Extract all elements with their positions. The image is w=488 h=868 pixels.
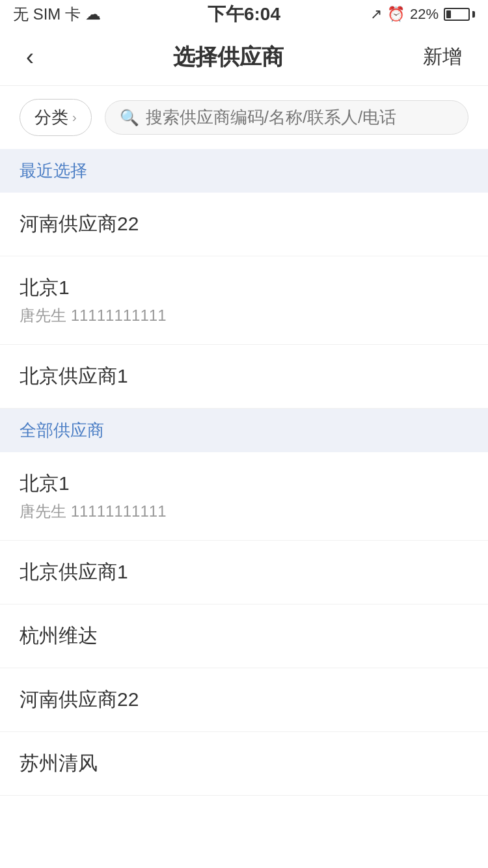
- item-name: 北京供应商1: [20, 363, 468, 390]
- search-box: 🔍: [105, 100, 468, 135]
- list-item[interactable]: 苏州清风: [0, 732, 488, 796]
- list-item[interactable]: 河南供应商22: [0, 193, 488, 256]
- add-button[interactable]: 新增: [416, 37, 468, 77]
- list-item[interactable]: 北京1唐先生 11111111111: [0, 256, 488, 345]
- list-item[interactable]: 北京供应商1: [0, 541, 488, 604]
- all-list: 北京1唐先生 11111111111北京供应商1杭州维达河南供应商22苏州清风: [0, 452, 488, 796]
- search-input[interactable]: [146, 107, 454, 128]
- list-item[interactable]: 河南供应商22: [0, 668, 488, 732]
- battery-percent: 22%: [410, 6, 439, 23]
- alarm-icon: ⏰: [387, 6, 405, 23]
- battery-indicator: [444, 8, 475, 21]
- status-right: ↗ ⏰ 22%: [370, 6, 475, 23]
- recent-section-label: 最近选择: [20, 161, 87, 180]
- location-icon: ↗: [370, 6, 382, 23]
- recent-section-header: 最近选择: [0, 149, 488, 193]
- page-title: 选择供应商: [173, 42, 284, 72]
- item-name: 苏州清风: [20, 750, 468, 777]
- filter-bar: 分类 › 🔍: [0, 86, 488, 149]
- status-left: 无 SIM 卡 ☁: [13, 4, 101, 25]
- item-name: 北京1: [20, 275, 468, 301]
- item-name: 河南供应商22: [20, 686, 468, 713]
- recent-list: 河南供应商22北京1唐先生 11111111111北京供应商1: [0, 193, 488, 409]
- nav-bar: ‹ 选择供应商 新增: [0, 29, 488, 86]
- item-name: 河南供应商22: [20, 211, 468, 237]
- sim-status: 无 SIM 卡 ☁: [13, 4, 101, 25]
- all-section-label: 全部供应商: [20, 420, 104, 440]
- all-section-header: 全部供应商: [0, 409, 488, 452]
- back-button[interactable]: ‹: [20, 37, 40, 77]
- status-time: 下午6:04: [208, 2, 280, 27]
- status-bar: 无 SIM 卡 ☁ 下午6:04 ↗ ⏰ 22%: [0, 0, 488, 29]
- item-contact: 唐先生 11111111111: [20, 305, 468, 326]
- chevron-right-icon: ›: [72, 110, 77, 125]
- item-name: 杭州维达: [20, 623, 468, 649]
- list-item[interactable]: 杭州维达: [0, 604, 488, 668]
- category-button[interactable]: 分类 ›: [20, 99, 92, 136]
- item-name: 北京1: [20, 470, 468, 497]
- category-label: 分类: [34, 106, 68, 129]
- list-item[interactable]: 北京供应商1: [0, 345, 488, 409]
- list-item[interactable]: 北京1唐先生 11111111111: [0, 452, 488, 541]
- item-contact: 唐先生 11111111111: [20, 501, 468, 522]
- search-icon: 🔍: [120, 109, 139, 127]
- item-name: 北京供应商1: [20, 559, 468, 586]
